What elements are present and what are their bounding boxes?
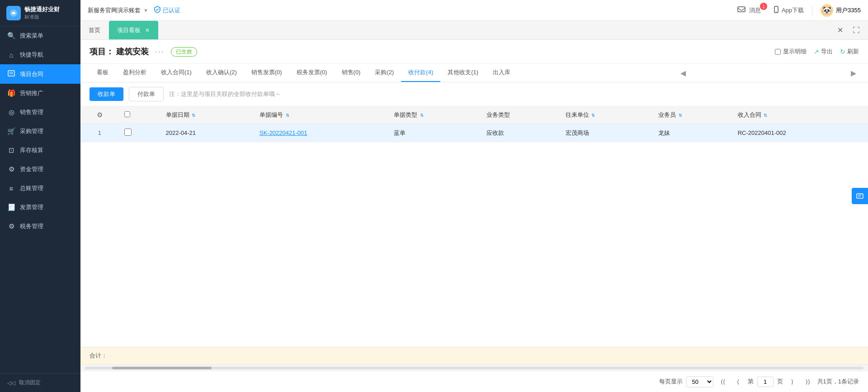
collection-actions: 收款单 付款单 注：这里是与项目关联的全部收付款单哦～ <box>80 82 868 106</box>
scrollbar-track[interactable] <box>85 367 863 369</box>
th-salesperson-label: 业务员 <box>658 111 676 118</box>
tab-close-window-button[interactable]: ✕ <box>834 24 846 37</box>
fab-right-button[interactable] <box>852 188 868 204</box>
subtab-tax-invoice[interactable]: 税务发票(0) <box>289 64 335 82</box>
refresh-icon: ↻ <box>840 48 845 55</box>
subtab-income-confirm-label: 收入确认(2) <box>206 69 237 76</box>
app-download-button[interactable]: App下载 <box>773 6 804 14</box>
sidebar-item-tax-mgmt[interactable]: ⚙ 税务管理 <box>0 217 80 236</box>
app-title-block: 畅捷通好业财 标准版 <box>24 5 60 20</box>
sidebar-item-ledger-mgmt[interactable]: ≡ 总账管理 <box>0 179 80 198</box>
sidebar-nav: 🔍 搜索菜单 ⌂ 快捷导航 项目合同 🎁 营销推广 ◎ 销售管理 🛒 采购管理 … <box>0 26 80 373</box>
th-date-label: 单据日期 <box>166 111 189 118</box>
project-name: 建筑安装 <box>116 47 149 56</box>
sort-income-contract-icon[interactable]: ⇅ <box>764 113 767 118</box>
select-all-checkbox[interactable] <box>124 111 130 117</box>
subtab-collection[interactable]: 收付款(4) <box>401 64 440 82</box>
export-button[interactable]: ↗ 导出 <box>814 48 833 56</box>
scrollbar-thumb[interactable] <box>112 367 212 369</box>
app-download-label: App下载 <box>782 6 804 14</box>
page-number-input[interactable]: 1 <box>757 377 774 387</box>
collection-table: ⚙ 单据日期 ⇅ 单据编号 ⇅ <box>80 106 868 347</box>
show-detail-input[interactable] <box>775 49 781 55</box>
tab-project-board-label: 项目看板 <box>117 26 141 34</box>
home-icon: ⌂ <box>7 51 15 59</box>
gift-icon: 🎁 <box>7 89 15 97</box>
tab-project-board[interactable]: 项目看板 ✕ <box>109 21 158 39</box>
subtab-purchase[interactable]: 采购(2) <box>368 64 401 82</box>
svg-rect-7 <box>857 194 863 198</box>
th-biz-type: 业务类型 <box>481 106 560 124</box>
subtab-income-contract[interactable]: 收入合同(1) <box>154 64 199 82</box>
page-prefix-label: 第 <box>748 378 754 386</box>
column-settings-icon[interactable]: ⚙ <box>97 111 103 119</box>
sidebar-label-fund-mgmt: 资金管理 <box>20 165 43 173</box>
last-page-button[interactable]: ⟩⟩ <box>802 376 814 387</box>
tab-close-icon[interactable]: ✕ <box>145 27 150 33</box>
subtab-income-confirm[interactable]: 收入确认(2) <box>199 64 244 82</box>
subtab-tax-invoice-label: 税务发票(0) <box>297 69 327 76</box>
subtab-inout-warehouse-label: 出入库 <box>493 69 510 76</box>
sidebar-item-invoice-mgmt[interactable]: 🧾 发票管理 <box>0 198 80 217</box>
user-menu[interactable]: 🐼 用户3355 <box>821 4 861 17</box>
sidebar-item-inventory[interactable]: ⊡ 库存核算 <box>0 141 80 160</box>
td-number: SK-20220421-001 <box>254 124 388 142</box>
sort-number-icon[interactable]: ⇅ <box>286 113 289 118</box>
th-number: 单据编号 ⇅ <box>254 106 388 124</box>
sidebar-item-project-contract[interactable]: 项目合同 <box>0 64 80 84</box>
subtab-next-button[interactable]: ▶ <box>848 69 859 77</box>
workspace-selector[interactable]: 新服务官网演示账套 ▼ <box>88 6 148 14</box>
per-page-select[interactable]: 50 20 100 <box>686 376 713 387</box>
sidebar-unpin[interactable]: ◁◁ 取消固定 <box>0 373 80 392</box>
tab-home[interactable]: 首页 <box>80 21 109 39</box>
subtab-income-contract-label: 收入合同(1) <box>161 69 192 76</box>
tab-expand-button[interactable]: ⛶ <box>850 24 863 37</box>
subtab-profit-analysis[interactable]: 盈利分析 <box>116 64 154 82</box>
project-header: 项目： 建筑安装 ··· 已生效 显示明细 ↗ 导出 ↻ 刷新 <box>80 40 868 64</box>
ledger-icon: ≡ <box>7 185 15 192</box>
first-page-button[interactable]: ⟨⟨ <box>717 376 729 387</box>
th-income-contract-label: 收入合同 <box>738 111 761 118</box>
sort-date-icon[interactable]: ⇅ <box>192 113 195 118</box>
next-page-button[interactable]: ⟩ <box>787 376 798 387</box>
sidebar-label-tax-mgmt: 税务管理 <box>20 222 43 230</box>
sort-type-icon[interactable]: ⇅ <box>420 113 424 118</box>
sales-icon: ◎ <box>7 108 15 116</box>
message-icon <box>737 5 745 15</box>
subtab-sales[interactable]: 销售(0) <box>335 64 368 82</box>
sidebar-item-purchase-mgmt[interactable]: 🛒 采购管理 <box>0 122 80 141</box>
show-detail-checkbox[interactable]: 显示明细 <box>775 48 807 56</box>
table-scrollbar[interactable] <box>80 364 868 371</box>
subtab-sales-invoice[interactable]: 销售发票(0) <box>244 64 289 82</box>
app-name: 畅捷通好业财 <box>24 5 60 14</box>
row-select-checkbox[interactable] <box>124 129 132 136</box>
sidebar-item-fund-mgmt[interactable]: ⚙ 资金管理 <box>0 160 80 179</box>
sort-salesperson-icon[interactable]: ⇅ <box>679 113 682 118</box>
payment-order-button[interactable]: 付款单 <box>129 87 164 101</box>
subtab-other-expense[interactable]: 其他收支(1) <box>440 64 486 82</box>
project-more-button[interactable]: ··· <box>155 47 165 57</box>
svg-rect-4 <box>738 7 745 12</box>
table-head: ⚙ 单据日期 ⇅ 单据编号 ⇅ <box>80 106 868 124</box>
prev-page-button[interactable]: ⟨ <box>732 376 744 387</box>
collection-order-button[interactable]: 收款单 <box>90 87 123 101</box>
messages-button[interactable]: 1 消息 <box>734 5 764 15</box>
table-body: 1 2022-04-21 SK-20220421-001 蓝单 应收款 宏茂商场… <box>80 124 868 142</box>
sidebar-item-search[interactable]: 🔍 搜索菜单 <box>0 26 80 45</box>
export-icon: ↗ <box>814 48 819 55</box>
refresh-button[interactable]: ↻ 刷新 <box>840 48 859 56</box>
phone-icon <box>773 6 780 14</box>
sort-partner-icon[interactable]: ⇅ <box>591 113 595 118</box>
record-number-link[interactable]: SK-20220421-001 <box>259 129 307 136</box>
unpin-label: 取消固定 <box>19 379 41 387</box>
workspace-arrow-icon: ▼ <box>143 8 148 13</box>
pagination: 每页显示 50 20 100 ⟨⟨ ⟨ 第 1 页 ⟩ ⟩⟩ 共1页，1条记录 <box>80 371 868 392</box>
subtab-prev-button[interactable]: ◀ <box>678 69 689 77</box>
subtab-board[interactable]: 看板 <box>90 64 116 82</box>
data-table: ⚙ 单据日期 ⇅ 单据编号 ⇅ <box>80 106 868 142</box>
sidebar-item-sales-mgmt[interactable]: ◎ 销售管理 <box>0 103 80 122</box>
subtab-inout-warehouse[interactable]: 出入库 <box>486 64 518 82</box>
sidebar-item-quick-nav[interactable]: ⌂ 快捷导航 <box>0 45 80 64</box>
project-title: 项目： 建筑安装 <box>90 46 149 57</box>
sidebar-item-marketing[interactable]: 🎁 营销推广 <box>0 84 80 103</box>
